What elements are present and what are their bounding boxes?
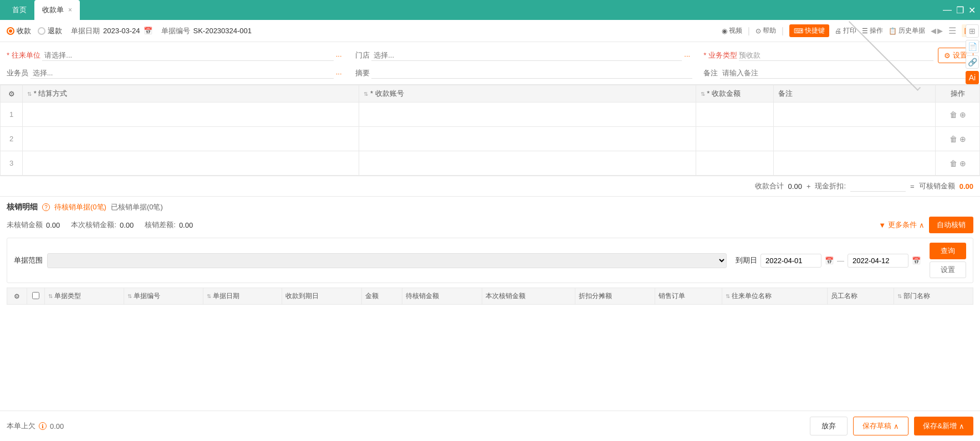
calendar-icon[interactable]: 📅 xyxy=(144,27,152,35)
partner-ellipsis-btn[interactable]: ··· xyxy=(334,52,344,60)
history-icon: 📋 xyxy=(889,27,897,35)
table-area: ⚙ ⇅ * 结算方式 ⇅ * 收款账号 ⇅ * 收款金额 xyxy=(0,85,980,176)
reconcile-info-icon[interactable]: ? xyxy=(42,203,50,211)
store-ellipsis-btn[interactable]: ··· xyxy=(682,52,692,60)
sidebar-ai-icon[interactable]: Ai xyxy=(966,71,979,84)
table-row: 3 🗑 ⊕ xyxy=(1,151,980,176)
more-conditions-btn[interactable]: ▼ 更多条件 ∧ xyxy=(879,220,925,230)
footer-info-icon[interactable]: ℹ xyxy=(39,422,47,430)
row-3-delete-icon[interactable]: 🗑 xyxy=(950,159,957,168)
print-btn[interactable]: 🖨 打印 xyxy=(835,26,856,35)
btcol-checkbox-header[interactable] xyxy=(27,288,45,305)
btcol-staff-header: 员工名称 xyxy=(827,288,894,305)
remarks-input[interactable] xyxy=(720,68,973,79)
btcol-partner-header: ⇅ 往来单位名称 xyxy=(722,288,827,305)
sidebar-table-icon[interactable]: ⊞ xyxy=(966,24,979,38)
btcol-setting-header[interactable]: ⚙ xyxy=(7,288,27,305)
setting-icon: ⚙ xyxy=(944,52,951,60)
done-tab-link[interactable]: 已核销单据(0笔) xyxy=(111,202,163,212)
number-field-group: 单据编号 SK-20230324-001 xyxy=(161,26,252,36)
table-row: 2 🗑 ⊕ xyxy=(1,127,980,151)
col-setting-header[interactable]: ⚙ xyxy=(1,85,23,102)
save-new-label: 保存&新增 xyxy=(923,421,957,431)
footer-info: 本单上欠 ℹ 0.00 xyxy=(7,421,64,431)
btcol-pending-label: 待核销金额 xyxy=(406,292,439,300)
query-button[interactable]: 查询 xyxy=(930,243,966,259)
query-actions: 查询 设置 xyxy=(930,243,966,278)
save-draft-button[interactable]: 保存草稿 ∧ xyxy=(853,417,908,435)
main-content: 收款 退款 单据日期 2023-03-24 📅 单据编号 SK-20230324… xyxy=(0,20,980,441)
row-1-account[interactable] xyxy=(359,102,696,127)
nav-arrows: ◀ ▶ xyxy=(931,27,943,35)
radio-receipt[interactable]: 收款 xyxy=(7,26,31,36)
row-2-delete-icon[interactable]: 🗑 xyxy=(950,135,957,143)
row-3-remarks[interactable] xyxy=(773,151,935,176)
calendar-from-icon[interactable]: 📅 xyxy=(825,257,834,265)
btcol-amount-label: 金额 xyxy=(365,292,379,300)
prev-arrow[interactable]: ◀ xyxy=(931,27,936,35)
shortcut-label: 快捷键 xyxy=(805,26,825,35)
tab-receipt-label: 收款单 xyxy=(42,5,64,15)
tab-receipt[interactable]: 收款单 × xyxy=(34,0,80,20)
pending-tab-link[interactable]: 待核销单据(0笔) xyxy=(54,202,106,212)
row-2-remarks[interactable] xyxy=(773,127,935,151)
row-1-amount[interactable] xyxy=(696,102,773,127)
partner-input[interactable] xyxy=(42,50,333,61)
reconcile-table: ⚙ ⇅ 单据类型 ⇅ 单据编号 ⇅ 单据日期 xyxy=(7,288,973,305)
close-tab-icon[interactable]: × xyxy=(68,6,72,14)
staff-input[interactable] xyxy=(30,68,334,79)
sidebar-doc-icon[interactable]: 📄 xyxy=(966,40,979,53)
help-btn[interactable]: ⊙ 帮助 xyxy=(756,26,776,35)
date-value: 2023-03-24 xyxy=(103,27,140,35)
calendar-to-icon[interactable]: 📅 xyxy=(912,257,921,265)
range-select[interactable] xyxy=(47,253,727,268)
row-2-account[interactable] xyxy=(359,127,696,151)
row-3-amount[interactable] xyxy=(696,151,773,176)
summary-input[interactable] xyxy=(371,68,692,79)
ai-label: Ai xyxy=(969,73,976,82)
btcol-type-header: ⇅ 单据类型 xyxy=(45,288,124,305)
filter-icon: ▼ xyxy=(879,221,886,229)
video-btn[interactable]: ◉ 视频 xyxy=(722,26,742,35)
settings-button[interactable]: 设置 xyxy=(930,261,966,278)
staff-ellipsis-btn[interactable]: ··· xyxy=(334,69,344,78)
tab-home[interactable]: 首页 xyxy=(4,0,34,20)
row-1-settlement[interactable] xyxy=(23,102,359,127)
number-value: SK-20230324-001 xyxy=(193,27,252,35)
list-view-icon[interactable]: ☰ xyxy=(948,25,956,36)
close-window-icon[interactable]: ✕ xyxy=(968,5,976,16)
btcol-due-date-label: 收款到期日 xyxy=(285,292,319,300)
abandon-button[interactable]: 放弃 xyxy=(810,417,848,435)
row-1-delete-icon[interactable]: 🗑 xyxy=(950,110,957,119)
shortcut-btn[interactable]: ⌨ 快捷键 xyxy=(789,24,829,37)
date-to-input[interactable] xyxy=(848,254,908,268)
row-1-remarks[interactable] xyxy=(773,102,935,127)
store-input[interactable] xyxy=(371,50,682,61)
unreconciled-label: 未核销金额 xyxy=(7,220,43,230)
sidebar-link-icon[interactable]: 🔗 xyxy=(966,55,979,69)
row-3-settlement[interactable] xyxy=(23,151,359,176)
sum-row: 收款合计 0.00 + 现金折扣: = 可核销金额 0.00 xyxy=(0,176,980,197)
radio-receipt-dot xyxy=(7,27,14,35)
minimize-icon[interactable]: — xyxy=(943,5,952,15)
row-2-settlement[interactable] xyxy=(23,127,359,151)
reconcile-section-title: 核销明细 ? 待核销单据(0笔) 已核销单据(0笔) xyxy=(0,197,980,212)
range-field: 单据范围 xyxy=(14,253,727,268)
row-num-1: 1 xyxy=(1,102,23,127)
row-3-account[interactable] xyxy=(359,151,696,176)
cash-discount-input[interactable] xyxy=(850,181,906,192)
biz-type-dropdown[interactable]: 预收款 xyxy=(739,50,933,61)
col-account-label: * 收款账号 xyxy=(370,89,404,98)
date-from-input[interactable] xyxy=(760,254,821,268)
btcol-type-label: 单据类型 xyxy=(54,292,81,300)
restore-icon[interactable]: ❐ xyxy=(956,5,964,16)
btcol-current-header: 本次核销金额 xyxy=(482,288,575,305)
cash-discount-label: 现金折扣: xyxy=(815,181,846,191)
row-2-amount[interactable] xyxy=(696,127,773,151)
history-btn[interactable]: 📋 历史单据 xyxy=(889,26,925,35)
radio-refund[interactable]: 退款 xyxy=(38,26,62,36)
select-all-checkbox[interactable] xyxy=(32,292,39,299)
btcol-amount-header: 金额 xyxy=(362,288,402,305)
next-arrow[interactable]: ▶ xyxy=(937,27,943,35)
summary-field: 摘要 xyxy=(355,68,693,79)
